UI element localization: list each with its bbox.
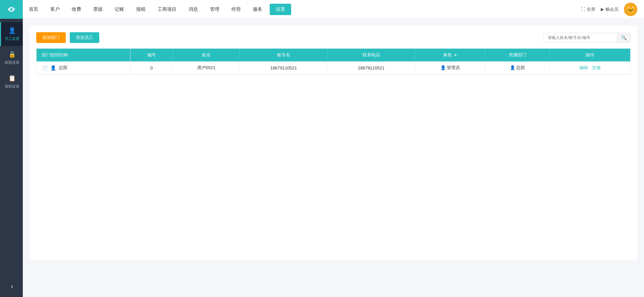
fullscreen-label: 全屏 bbox=[587, 6, 595, 12]
cell-actions: 编辑 交接 bbox=[550, 61, 630, 75]
left-panel: 部门组织结构 📄 👤 总部 bbox=[36, 48, 130, 75]
search-button[interactable]: 🔍 bbox=[618, 33, 630, 42]
search-input[interactable] bbox=[544, 33, 618, 42]
nav-operation[interactable]: 经营 bbox=[225, 0, 247, 18]
nav-message[interactable]: 消息 bbox=[182, 0, 204, 18]
dept-item-general[interactable]: 📄 👤 总部 bbox=[37, 61, 130, 75]
sidebar-label-permission: 权限设置 bbox=[5, 60, 19, 65]
search-box: 🔍 bbox=[543, 33, 631, 43]
nav-bill[interactable]: 票据 bbox=[87, 0, 109, 18]
nav-menu: 首页 客户 收费 票据 记账 报税 工商项目 消息 管理 经营 服务 设置 bbox=[23, 0, 581, 18]
nav-client[interactable]: 客户 bbox=[44, 0, 66, 18]
add-dept-button[interactable]: 添加部门 bbox=[36, 32, 66, 43]
col-number: 编号 bbox=[130, 49, 173, 61]
sidebar-bottom: ⬇ bbox=[0, 280, 23, 297]
col-role-label: 角色 bbox=[443, 52, 452, 57]
filter-icon: ▼ bbox=[454, 53, 457, 57]
tax-settings-icon: 📋 bbox=[8, 75, 16, 82]
col-phone: 联系电话 bbox=[327, 49, 415, 61]
employee-table: 编号 姓名 账号名 联系电话 角色 ▼ 所属部门 操作 bbox=[130, 49, 630, 75]
col-action: 操作 bbox=[550, 49, 630, 61]
sidebar-download[interactable]: ⬇ bbox=[0, 280, 23, 294]
col-dept: 所属部门 bbox=[485, 49, 549, 61]
sidebar-label-tax-settings: 报税设置 bbox=[5, 84, 19, 89]
user-avatar[interactable]: 🐱 bbox=[624, 3, 637, 16]
main-layout: 👤 员工设置 🔒 权限设置 📋 报税设置 ⬇ 添加部门 添加员工 bbox=[0, 19, 644, 297]
logo[interactable] bbox=[0, 0, 23, 19]
search-icon: 🔍 bbox=[621, 35, 627, 40]
dept-label: 总部 bbox=[516, 65, 525, 70]
fullscreen-button[interactable]: ⛶ 全屏 bbox=[581, 6, 595, 12]
permission-icon: 🔒 bbox=[8, 51, 16, 58]
file-icon: 📄 bbox=[42, 65, 48, 70]
nav-manage[interactable]: 管理 bbox=[204, 0, 225, 18]
nav-bookkeeping[interactable]: 记账 bbox=[109, 0, 130, 18]
dept-user-icon: 👤 bbox=[50, 65, 56, 70]
top-navigation: 首页 客户 收费 票据 记账 报税 工商项目 消息 管理 经营 服务 设置 ⛶ … bbox=[0, 0, 644, 19]
main-content: 添加部门 添加员工 🔍 部门组织结构 📄 👤 总部 bbox=[23, 19, 644, 297]
dept-tree-header: 部门组织结构 bbox=[37, 49, 130, 61]
sidebar: 👤 员工设置 🔒 权限设置 📋 报税设置 ⬇ bbox=[0, 19, 23, 297]
nav-home[interactable]: 首页 bbox=[23, 0, 44, 18]
col-account: 账号名 bbox=[240, 49, 327, 61]
vip-icon: ▶ bbox=[601, 7, 604, 12]
table-row: 0 用户0521 18679110521 18679110521 👤 管理员 👤 bbox=[130, 61, 630, 75]
nav-settings[interactable]: 设置 bbox=[270, 4, 291, 15]
nav-service[interactable]: 服务 bbox=[247, 0, 268, 18]
right-panel: 编号 姓名 账号名 联系电话 角色 ▼ 所属部门 操作 bbox=[130, 48, 631, 75]
nav-right-area: ⛶ 全屏 ▶ 畅会员 🐱 bbox=[581, 3, 637, 16]
toolbar: 添加部门 添加员工 🔍 bbox=[36, 32, 631, 43]
vip-button[interactable]: ▶ 畅会员 bbox=[601, 6, 619, 12]
cell-role: 👤 管理员 bbox=[415, 61, 485, 75]
dept-user-icon-cell: 👤 bbox=[510, 65, 515, 70]
nav-fee[interactable]: 收费 bbox=[66, 0, 87, 18]
panel-layout: 部门组织结构 📄 👤 总部 编号 姓名 账号名 bbox=[36, 48, 631, 75]
download-icon: ⬇ bbox=[10, 285, 13, 289]
cell-name: 用户0521 bbox=[173, 61, 240, 75]
nav-tax[interactable]: 报税 bbox=[130, 0, 152, 18]
col-role[interactable]: 角色 ▼ bbox=[415, 49, 485, 61]
fullscreen-icon: ⛶ bbox=[581, 7, 585, 12]
employee-icon: 👤 bbox=[8, 27, 16, 34]
sidebar-item-tax-settings[interactable]: 📋 报税设置 bbox=[0, 70, 23, 94]
sidebar-item-employee[interactable]: 👤 员工设置 bbox=[0, 22, 23, 46]
edit-button[interactable]: 编辑 bbox=[578, 65, 589, 71]
cell-account: 18679110521 bbox=[240, 61, 327, 75]
add-employee-button[interactable]: 添加员工 bbox=[70, 32, 99, 43]
sidebar-label-employee: 员工设置 bbox=[5, 36, 19, 41]
cell-phone: 18679110521 bbox=[327, 61, 415, 75]
transfer-button[interactable]: 交接 bbox=[591, 65, 602, 71]
content-card: 添加部门 添加员工 🔍 部门组织结构 📄 👤 总部 bbox=[30, 26, 637, 260]
dept-name: 总部 bbox=[59, 65, 67, 71]
sidebar-item-permission[interactable]: 🔒 权限设置 bbox=[0, 46, 23, 70]
col-name: 姓名 bbox=[173, 49, 240, 61]
table-header-row: 编号 姓名 账号名 联系电话 角色 ▼ 所属部门 操作 bbox=[130, 49, 630, 61]
role-label: 管理员 bbox=[447, 65, 460, 70]
nav-business[interactable]: 工商项目 bbox=[152, 0, 182, 18]
cell-number: 0 bbox=[130, 61, 173, 75]
role-user-icon: 👤 bbox=[440, 65, 446, 70]
cell-dept: 👤 总部 bbox=[485, 61, 549, 75]
vip-label: 畅会员 bbox=[605, 6, 619, 12]
